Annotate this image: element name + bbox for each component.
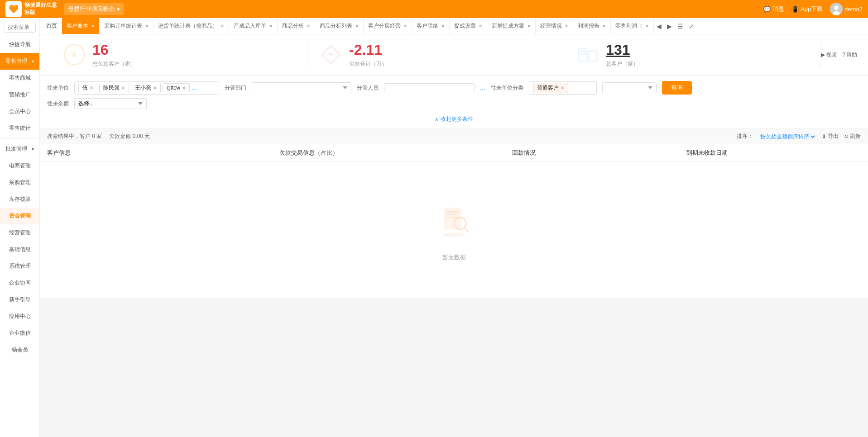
user-menu[interactable]: demo2 (830, 3, 863, 15)
sidebar-item-label: 零售管理 (5, 57, 27, 65)
category-tag[interactable]: 普通客户 ✕ (533, 83, 568, 93)
tab-close-icon[interactable]: ✕ (221, 24, 224, 28)
collapse-button[interactable]: ∧ 收起更多条件 (47, 113, 861, 123)
unit-tag-3[interactable]: cjttcw ✕ (163, 83, 190, 92)
person-filter-label: 分管人员 (357, 84, 379, 92)
sidebar-item-finance[interactable]: 资金管理 (0, 208, 39, 224)
tab-purchase-order-stats[interactable]: 采购订单统计表 ✕ (100, 18, 153, 34)
tab-close-icon[interactable]: ✕ (479, 24, 482, 28)
sidebar-item-member-vip[interactable]: 畅会员 (0, 342, 39, 358)
sidebar-item-basic-info[interactable]: 基础信息 (0, 241, 39, 258)
sidebar-item-retail-mall[interactable]: 零售商城 (0, 70, 39, 86)
tab-expand-button[interactable]: ⤢ (686, 23, 697, 30)
svg-rect-11 (583, 53, 585, 55)
unit-filter-input[interactable]: 伍 ✕ 陈民强 ✕ 王小亮 ✕ (74, 81, 219, 95)
tab-prev-button[interactable]: ◀ (654, 23, 664, 30)
tag-close-icon[interactable]: ✕ (153, 86, 157, 90)
col-credit-info: 欠款交易信息（占比） (279, 149, 512, 157)
department-select[interactable] (252, 82, 351, 93)
sidebar-item-wholesale[interactable]: 批发管理 ▾ (0, 141, 39, 157)
tab-purchase-stats-by-product[interactable]: 进货单统计表（按商品） ✕ (153, 18, 229, 34)
tab-menu-button[interactable]: ☰ (675, 23, 686, 30)
tab-customer-segment[interactable]: 客户分层经营 ✕ (364, 18, 412, 34)
tab-close-icon[interactable]: ✕ (565, 24, 568, 28)
sidebar-item-enterprise-collab[interactable]: 企业协同 (0, 275, 39, 291)
store-selector[interactable]: 母婴行业演示帐套 ▾ (64, 3, 124, 15)
message-button[interactable]: 💬 消息 (763, 5, 784, 13)
tab-close-icon[interactable]: ✕ (355, 24, 359, 28)
tab-close-icon[interactable]: ✕ (91, 24, 95, 28)
tab-customer-book[interactable]: 客户账本 ✕ (62, 18, 100, 34)
unit-tag-0[interactable]: 伍 ✕ (78, 83, 97, 93)
app-download-button[interactable]: 📱 App下载 (791, 5, 823, 13)
tab-customer-contact[interactable]: 客户联络 ✕ (412, 18, 450, 34)
tag-close-icon[interactable]: ✕ (182, 86, 186, 90)
tab-close-icon[interactable]: ✕ (145, 24, 149, 28)
tab-operation-status[interactable]: 经营情况 ✕ (536, 18, 573, 34)
credit-total-value: -2.11 (349, 42, 387, 58)
video-button[interactable]: ▶ 视频 (821, 51, 837, 59)
svg-line-18 (464, 228, 468, 232)
sidebar-item-label: 零售统计 (9, 124, 31, 132)
export-button[interactable]: ⬇ 导出 (822, 133, 839, 140)
download-icon: 📱 (791, 6, 799, 13)
tag-close-icon[interactable]: ✕ (561, 86, 564, 90)
sidebar-item-marketing[interactable]: 营销推广 (0, 86, 39, 103)
sidebar-item-label: 企业微信 (9, 329, 31, 337)
tab-raise-settings[interactable]: 提成设置 ✕ (450, 18, 487, 34)
tab-close-icon[interactable]: ✕ (307, 24, 310, 28)
sidebar-item-retail-management[interactable]: 零售管理 ▾ (0, 53, 39, 70)
tab-close-icon[interactable]: ✕ (441, 24, 445, 28)
tab-product-analysis-list[interactable]: 商品分析列表 ✕ (315, 18, 364, 34)
tab-profit-report[interactable]: 利润报告 ✕ (573, 18, 611, 34)
sidebar-item-member-center[interactable]: 会员中心 (0, 103, 39, 120)
sidebar-divider-1 (0, 138, 39, 139)
unit-category-input[interactable]: 普通客户 ✕ (529, 81, 597, 95)
person-more-button[interactable]: ... (480, 84, 485, 91)
sidebar-item-retail-stats[interactable]: 零售统计 (0, 120, 39, 137)
sidebar-item-label: 批发管理 (5, 145, 27, 153)
svg-text:+: + (329, 51, 333, 58)
tab-new-raise-plan[interactable]: 新增提成方案 ✕ (487, 18, 536, 34)
tab-product-analysis[interactable]: 商品分析 ✕ (278, 18, 315, 34)
person-filter-input[interactable] (384, 83, 475, 92)
sidebar-search-area (0, 18, 39, 36)
sidebar-item-inventory[interactable]: 库存核算 (0, 191, 39, 208)
sidebar-item-quick-nav[interactable]: 快捷导航 (0, 36, 39, 53)
tab-product-inventory[interactable]: 产成品入库单 ✕ (229, 18, 278, 34)
sidebar-item-enterprise-wechat[interactable]: 企业微信 (0, 325, 39, 342)
tab-close-icon[interactable]: ✕ (269, 24, 273, 28)
tab-retail-profit[interactable]: 零售利润（ ✕ (611, 18, 654, 34)
refresh-button[interactable]: ↻ 刷新 (844, 133, 861, 140)
sidebar-item-system[interactable]: 系统管理 (0, 258, 39, 275)
tab-close-icon[interactable]: ✕ (527, 24, 531, 28)
tab-close-icon[interactable]: ✕ (403, 24, 407, 28)
total-customers-value: 131 (606, 42, 638, 58)
tab-close-icon[interactable]: ✕ (602, 24, 606, 28)
sidebar-item-operation[interactable]: 经营管理 (0, 224, 39, 241)
search-input[interactable] (4, 22, 36, 33)
empty-state: 暂无数据 (434, 199, 475, 261)
unit-tag-1[interactable]: 陈民强 ✕ (99, 83, 129, 93)
sidebar-item-purchase[interactable]: 采购管理 (0, 174, 39, 191)
sidebar-item-label: 资金管理 (9, 212, 31, 220)
tag-close-icon[interactable]: ✕ (90, 86, 93, 90)
tab-home[interactable]: 首页 (42, 18, 62, 34)
sidebar-item-ecommerce[interactable]: 电商管理 (0, 157, 39, 174)
unit-tag-2[interactable]: 王小亮 ✕ (131, 83, 161, 93)
svg-rect-10 (580, 53, 582, 55)
sort-select[interactable]: 按欠款金额倒序排序 (758, 133, 816, 140)
person-input-field[interactable] (388, 85, 456, 91)
more-tags-button[interactable]: ... (192, 84, 197, 91)
tab-next-button[interactable]: ▶ (664, 23, 675, 30)
sidebar-item-new-guide[interactable]: 新手引导 (0, 291, 39, 308)
tag-close-icon[interactable]: ✕ (121, 86, 125, 90)
sidebar-item-app-center[interactable]: 应用中心 (0, 308, 39, 325)
tab-close-icon[interactable]: ✕ (645, 24, 649, 28)
stat-credit-total: + -2.11 欠款合计（万） (307, 42, 564, 68)
search-result-left: 搜索结果中，客户 0 家 欠款金额 0.00 元 (47, 133, 150, 140)
balance-select[interactable]: 选择... (74, 98, 147, 109)
category-select[interactable] (602, 82, 657, 93)
help-button[interactable]: ? 帮助 (842, 51, 857, 59)
query-button[interactable]: 查询 (662, 81, 692, 95)
